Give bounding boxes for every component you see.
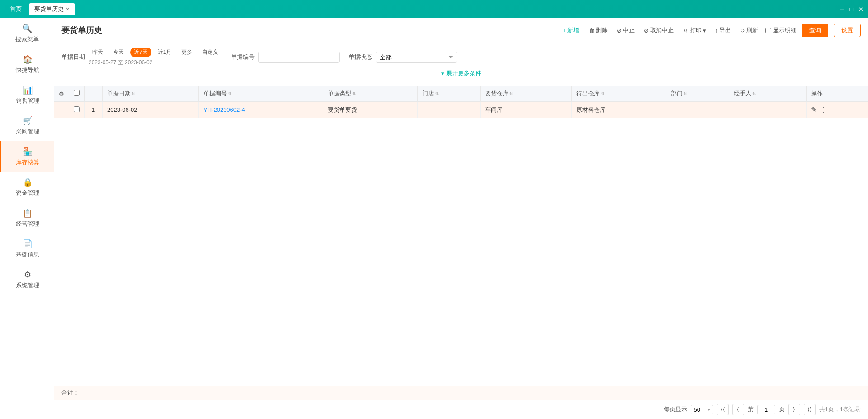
col-header-store[interactable]: 门店⇅ (418, 86, 481, 102)
pagination-bar: 每页显示 20 50 100 200 ⟨⟨ ⟨ 第 页 ⟩ ⟩⟩ 共1页，1条记… (54, 400, 868, 419)
date-btn-7days[interactable]: 近7天 (130, 48, 151, 57)
date-btn-1month[interactable]: 近1月 (154, 48, 175, 57)
filter-bar: 单据日期 昨天 今天 近7天 近1月 更多 自定义 2023-05-27 至 2… (54, 43, 868, 82)
col-header-check (69, 86, 85, 102)
sidebar-item-sales[interactable]: 📊 销售管理 (0, 80, 54, 110)
window-controls: ─ □ ✕ (840, 6, 863, 13)
date-btn-yesterday[interactable]: 昨天 (89, 48, 107, 57)
col-header-num (85, 86, 103, 102)
delete-button[interactable]: 🗑 删除 (587, 25, 609, 35)
col-header-reqwarehouse[interactable]: 要货仓库⇅ (480, 86, 571, 102)
docstatus-filter-select[interactable]: 全部 待审核 已审核 已中止 (376, 52, 457, 63)
date-range-display: 2023-05-27 至 2023-06-02 (89, 59, 222, 67)
content-area: 要货单历史 + 新增 🗑 删除 ⊘ 中止 ⊘ 取消中止 🖨 打印 (54, 18, 868, 419)
page-label: 第 (748, 405, 754, 414)
maximize-icon[interactable]: □ (849, 6, 853, 13)
inventory-icon: 🏪 (23, 147, 33, 157)
tab-bar: 首页 要货单历史 ✕ (5, 3, 840, 15)
toolbar: + 新增 🗑 删除 ⊘ 中止 ⊘ 取消中止 🖨 打印 ▾ (561, 24, 861, 37)
cancel-stop-icon: ⊘ (644, 27, 649, 34)
tab-home[interactable]: 首页 (5, 3, 27, 15)
date-filter-label: 单据日期 (61, 53, 85, 61)
display-toggle[interactable]: 显示明细 (765, 26, 797, 34)
search-icon: 🔍 (22, 24, 32, 33)
sidebar-system-label: 系统管理 (16, 281, 39, 290)
display-checkbox[interactable] (765, 28, 771, 33)
table-row: 1 2023-06-02 YH-20230602-4 要货单要货 车间库 原材料… (54, 102, 868, 118)
col-header-date[interactable]: 单据日期⇅ (103, 86, 199, 102)
sidebar-item-inventory[interactable]: 🏪 库存核算 (0, 141, 54, 172)
purchase-icon: 🛒 (23, 116, 33, 126)
filter-row: 单据日期 昨天 今天 近7天 近1月 更多 自定义 2023-05-27 至 2… (61, 48, 861, 67)
page-next-btn[interactable]: ⟩ (788, 404, 800, 415)
sidebar-sales-label: 销售管理 (16, 97, 39, 105)
export-button[interactable]: ↑ 导出 (713, 25, 733, 35)
date-btn-more[interactable]: 更多 (178, 48, 196, 57)
system-icon: ⚙ (24, 270, 31, 280)
col-header-waitwarehouse[interactable]: 待出仓库⇅ (571, 86, 666, 102)
sidebar-item-operations[interactable]: 📋 经营管理 (0, 203, 54, 233)
action-icons: ✎ ⋮ (811, 105, 863, 114)
cancel-stop-button[interactable]: ⊘ 取消中止 (642, 25, 675, 35)
date-btn-today[interactable]: 今天 (109, 48, 127, 57)
new-button[interactable]: + 新增 (561, 25, 581, 35)
expand-more-btn[interactable]: ▾ 展开更多条件 (61, 69, 861, 77)
refresh-icon: ↺ (740, 27, 745, 34)
query-button[interactable]: 查询 (802, 24, 828, 37)
docnum-link[interactable]: YH-20230602-4 (203, 106, 245, 113)
minimize-icon[interactable]: ─ (840, 6, 844, 13)
close-window-icon[interactable]: ✕ (859, 6, 863, 13)
row-settings-cell (54, 102, 69, 118)
sidebar-item-basic[interactable]: 📄 基础信息 (0, 233, 54, 264)
col-header-dept[interactable]: 部门⇅ (666, 86, 729, 102)
refresh-button[interactable]: ↺ 刷新 (738, 25, 760, 35)
basic-icon: 📄 (23, 239, 33, 249)
operations-icon: 📋 (23, 208, 33, 218)
sidebar-item-purchase[interactable]: 🛒 采购管理 (0, 110, 54, 141)
row-reqwarehouse-cell: 车间库 (480, 102, 571, 118)
date-btn-custom[interactable]: 自定义 (198, 48, 222, 57)
col-header-doctype[interactable]: 单据类型⇅ (323, 86, 417, 102)
page-of-label: 页 (779, 405, 785, 414)
col-header-settings[interactable]: ⚙ (54, 86, 69, 102)
page-first-btn[interactable]: ⟨⟨ (717, 404, 729, 415)
more-action-icon[interactable]: ⋮ (820, 105, 827, 114)
col-header-handler[interactable]: 经手人⇅ (729, 86, 806, 102)
docstatus-filter-group: 单据状态 全部 待审核 已审核 已中止 (349, 52, 457, 63)
row-date-cell: 2023-06-02 (103, 102, 199, 118)
row-checkbox[interactable] (74, 106, 80, 112)
page-total-info: 共1页，1条记录 (819, 405, 861, 414)
sidebar-item-finance[interactable]: 🔒 资金管理 (0, 172, 54, 203)
row-check-cell (69, 102, 85, 118)
page-size-label: 每页显示 (664, 405, 687, 414)
sidebar-purchase-label: 采购管理 (16, 128, 39, 136)
edit-action-icon[interactable]: ✎ (811, 105, 817, 114)
page-prev-btn[interactable]: ⟨ (732, 404, 744, 415)
page-last-btn[interactable]: ⟩⟩ (804, 404, 816, 415)
page-num-input[interactable] (757, 405, 775, 414)
col-header-docnum[interactable]: 单据编号⇅ (199, 86, 323, 102)
tab-order-history-label: 要货单历史 (34, 5, 64, 13)
select-all-checkbox[interactable] (74, 90, 80, 96)
tab-order-history[interactable]: 要货单历史 ✕ (29, 3, 75, 15)
stop-button[interactable]: ⊘ 中止 (615, 25, 637, 35)
close-tab-icon[interactable]: ✕ (66, 6, 70, 12)
print-dropdown-icon: ▾ (703, 27, 706, 34)
footer-summary-label: 合计： (61, 389, 79, 397)
settings-button[interactable]: 设置 (834, 24, 861, 37)
data-table: ⚙ 单据日期⇅ 单据编号⇅ 单据类型⇅ 门店⇅ 要货仓库⇅ 待出仓库⇅ 部门⇅ … (54, 86, 868, 118)
page-title: 要货单历史 (61, 25, 102, 36)
date-filter-group: 单据日期 昨天 今天 近7天 近1月 更多 自定义 2023-05-27 至 2… (61, 48, 222, 67)
print-button[interactable]: 🖨 打印 ▾ (681, 25, 708, 35)
row-handler-cell (729, 102, 806, 118)
sidebar-item-quicknav[interactable]: 🏠 快捷导航 (0, 49, 54, 80)
row-docnum-cell: YH-20230602-4 (199, 102, 323, 118)
docstatus-filter-label: 单据状态 (349, 53, 372, 61)
page-header: 要货单历史 + 新增 🗑 删除 ⊘ 中止 ⊘ 取消中止 🖨 打印 (54, 18, 868, 43)
row-dept-cell (666, 102, 729, 118)
sidebar-item-search[interactable]: 🔍 搜索菜单 (0, 18, 54, 49)
table-area: ⚙ 单据日期⇅ 单据编号⇅ 单据类型⇅ 门店⇅ 要货仓库⇅ 待出仓库⇅ 部门⇅ … (54, 82, 868, 386)
sidebar-item-system[interactable]: ⚙ 系统管理 (0, 264, 54, 295)
page-size-select[interactable]: 20 50 100 200 (691, 405, 713, 414)
docnum-filter-input[interactable] (258, 52, 340, 63)
